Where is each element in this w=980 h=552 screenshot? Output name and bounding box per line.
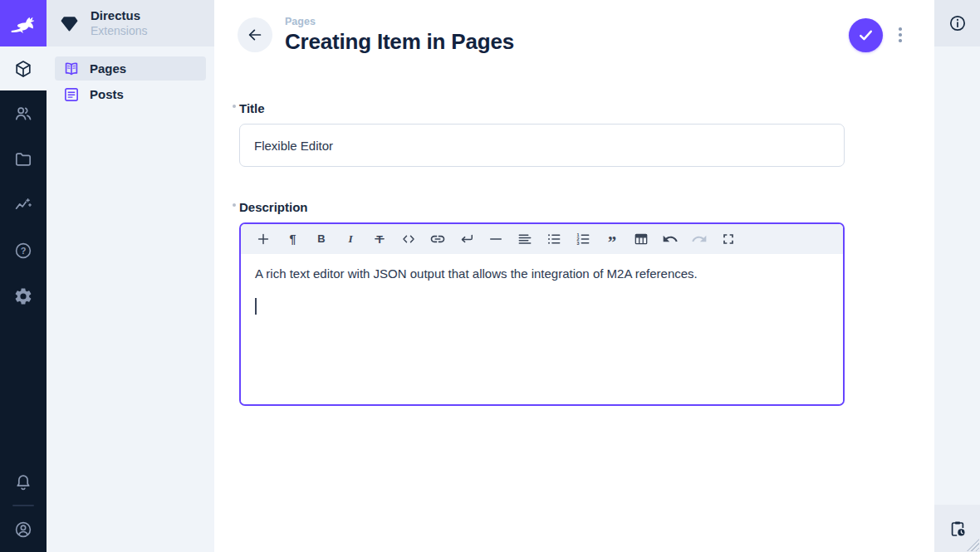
title-block: Pages Creating Item in Pages bbox=[285, 16, 849, 55]
sidebar-item-posts[interactable]: Posts bbox=[55, 82, 206, 106]
undo-icon bbox=[662, 231, 679, 247]
horizontal-rule-icon bbox=[488, 231, 504, 247]
info-icon bbox=[948, 13, 968, 33]
page-title: Creating Item in Pages bbox=[285, 29, 849, 55]
directus-logo[interactable] bbox=[0, 0, 47, 46]
project-name: Directus bbox=[91, 8, 147, 24]
directus-app: ? Directus Extensions PagesPosts Pages C… bbox=[0, 0, 980, 552]
cube-icon bbox=[13, 59, 33, 79]
svg-text:¶: ¶ bbox=[289, 232, 296, 246]
add-button[interactable] bbox=[252, 228, 274, 250]
redo-button[interactable] bbox=[688, 228, 710, 250]
back-arrow-icon bbox=[246, 26, 264, 44]
title-label: Title bbox=[239, 101, 265, 115]
ordered-list-button[interactable]: 123 bbox=[571, 228, 594, 250]
module-users-module[interactable] bbox=[0, 90, 47, 136]
breadcrumb[interactable]: Pages bbox=[285, 16, 849, 27]
sidebar-rail bbox=[934, 0, 980, 552]
horizontal-rule-button[interactable] bbox=[484, 228, 507, 250]
module-user-menu[interactable] bbox=[0, 506, 47, 552]
undo-button[interactable] bbox=[659, 228, 681, 250]
main-content: Pages Creating Item in Pages Title Descr… bbox=[214, 0, 934, 552]
blockquote-button[interactable]: ” bbox=[600, 228, 623, 250]
svg-text:3: 3 bbox=[576, 241, 579, 246]
module-insights-module[interactable] bbox=[0, 182, 47, 227]
rabbit-icon bbox=[9, 9, 37, 37]
resize-grip bbox=[967, 539, 979, 551]
svg-text:”: ” bbox=[607, 232, 615, 247]
hard-break-icon bbox=[458, 231, 475, 247]
align-left-icon bbox=[517, 231, 533, 247]
ordered-list-icon: 123 bbox=[575, 231, 591, 247]
text-cursor bbox=[255, 298, 257, 315]
hard-break-button[interactable] bbox=[455, 228, 478, 250]
paragraph-icon: ¶ bbox=[284, 231, 301, 247]
description-field: Description ¶BIT123” A rich text editor … bbox=[239, 200, 845, 406]
code-button[interactable] bbox=[397, 228, 419, 250]
module-notifications[interactable] bbox=[0, 459, 47, 505]
svg-text:?: ? bbox=[21, 245, 27, 255]
users-icon bbox=[13, 104, 33, 124]
folder-icon bbox=[13, 149, 33, 169]
back-button[interactable] bbox=[238, 17, 272, 52]
check-icon bbox=[856, 26, 875, 45]
clipboard-clock-icon bbox=[948, 519, 968, 539]
svg-text:I: I bbox=[347, 232, 353, 245]
module-content-module[interactable] bbox=[0, 46, 47, 90]
editor-paragraph: A rich text editor with JSON output that… bbox=[255, 265, 829, 283]
paragraph-button[interactable]: ¶ bbox=[281, 228, 303, 250]
redo-icon bbox=[691, 231, 708, 247]
bullet-list-icon bbox=[546, 231, 562, 247]
italic-button[interactable]: I bbox=[339, 228, 361, 250]
sidebar-item-pages[interactable]: Pages bbox=[55, 56, 206, 81]
bell-icon bbox=[13, 472, 33, 492]
user-circle-icon bbox=[13, 520, 33, 540]
editor-content[interactable]: A rich text editor with JSON output that… bbox=[241, 254, 843, 404]
svg-text:B: B bbox=[317, 232, 325, 245]
bold-icon: B bbox=[313, 231, 330, 247]
title-input[interactable] bbox=[239, 124, 845, 167]
title-field: Title bbox=[239, 101, 845, 167]
table-button[interactable] bbox=[630, 228, 652, 250]
gear-icon bbox=[13, 286, 33, 306]
project-switcher[interactable]: Directus Extensions bbox=[47, 0, 214, 46]
help-icon: ? bbox=[13, 241, 33, 261]
sidebar-item-label: Posts bbox=[90, 87, 124, 101]
italic-icon: I bbox=[342, 231, 359, 247]
project-info: Directus Extensions bbox=[91, 8, 147, 38]
info-sidebar-button[interactable] bbox=[934, 0, 980, 46]
code-icon bbox=[400, 231, 417, 247]
module-bar: ? bbox=[0, 0, 47, 552]
svg-text:T: T bbox=[376, 234, 383, 246]
item-form: Title Description ¶BIT123” A rich text e… bbox=[214, 61, 934, 406]
bullet-list-button[interactable] bbox=[542, 228, 565, 250]
table-icon bbox=[633, 231, 649, 247]
module-files-module[interactable] bbox=[0, 136, 47, 182]
align-button[interactable] bbox=[513, 228, 536, 250]
gem-icon bbox=[59, 13, 80, 34]
module-bar-spacer bbox=[0, 319, 47, 459]
navigation-sidebar: Directus Extensions PagesPosts bbox=[47, 0, 214, 552]
activity-icon bbox=[13, 195, 33, 215]
rich-text-editor: ¶BIT123” A rich text editor with JSON ou… bbox=[239, 222, 845, 406]
bold-button[interactable]: B bbox=[310, 228, 332, 250]
save-button[interactable] bbox=[849, 18, 883, 52]
revisions-sidebar-button[interactable] bbox=[934, 505, 980, 552]
description-label: Description bbox=[239, 200, 308, 214]
strikethrough-icon: T bbox=[371, 231, 388, 247]
link-button[interactable] bbox=[426, 228, 448, 250]
module-help-module[interactable]: ? bbox=[0, 227, 47, 273]
add-icon bbox=[255, 231, 272, 247]
link-icon bbox=[429, 231, 446, 247]
fullscreen-icon bbox=[720, 231, 737, 247]
fullscreen-button[interactable] bbox=[717, 228, 739, 250]
book-open-icon bbox=[62, 60, 81, 78]
editor-toolbar: ¶BIT123” bbox=[241, 224, 843, 254]
module-settings-module[interactable] bbox=[0, 273, 47, 319]
more-options-button[interactable] bbox=[891, 18, 909, 52]
page-header: Pages Creating Item in Pages bbox=[214, 0, 934, 61]
project-subtitle: Extensions bbox=[91, 24, 147, 39]
editor-cursor-line bbox=[255, 298, 829, 317]
blockquote-icon: ” bbox=[604, 231, 620, 247]
strikethrough-button[interactable]: T bbox=[368, 228, 390, 250]
